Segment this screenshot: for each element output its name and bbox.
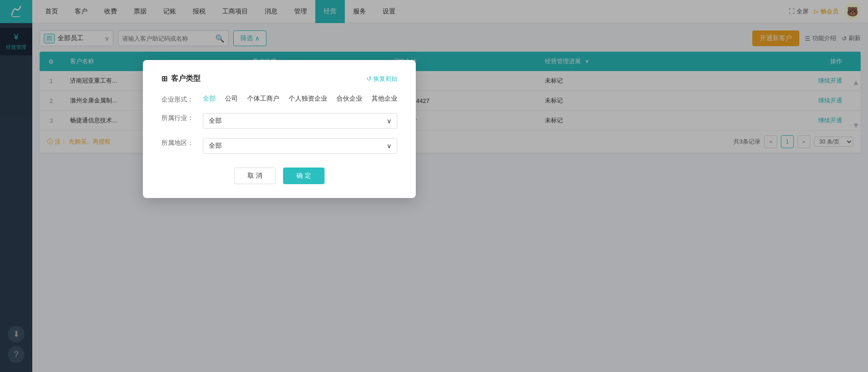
region-field: 全部 ∨ bbox=[203, 138, 397, 154]
modal-title: ⊞ 客户类型 bbox=[161, 74, 201, 84]
industry-row: 所属行业： 全部 ∨ bbox=[161, 113, 397, 129]
modal-overlay[interactable]: ⊞ 客户类型 ↺ 恢复初始 企业形式： 全部 公司 个体工商户 个人独资企业 合… bbox=[0, 0, 868, 372]
industry-select[interactable]: 全部 ∨ bbox=[203, 113, 397, 129]
cancel-button[interactable]: 取 消 bbox=[234, 168, 276, 184]
type-option-partnership[interactable]: 合伙企业 bbox=[337, 95, 362, 103]
confirm-button[interactable]: 确 定 bbox=[283, 168, 325, 184]
type-options: 全部 公司 个体工商户 个人独资企业 合伙企业 其他企业 bbox=[203, 95, 397, 103]
modal-reset-btn[interactable]: ↺ 恢复初始 bbox=[366, 75, 397, 83]
region-row: 所属地区： 全部 ∨ bbox=[161, 138, 397, 154]
enterprise-form-row: 企业形式： 全部 公司 个体工商户 个人独资企业 合伙企业 其他企业 bbox=[161, 95, 397, 104]
industry-dropdown-icon: ∨ bbox=[387, 117, 391, 125]
modal-header: ⊞ 客户类型 ↺ 恢复初始 bbox=[161, 74, 397, 84]
type-option-all[interactable]: 全部 bbox=[203, 95, 216, 103]
region-label: 所属地区： bbox=[161, 138, 203, 147]
type-option-other[interactable]: 其他企业 bbox=[372, 95, 397, 103]
region-value: 全部 bbox=[209, 142, 222, 150]
modal-footer: 取 消 确 定 bbox=[161, 168, 397, 184]
industry-value: 全部 bbox=[209, 117, 222, 125]
reset-label: 恢复初始 bbox=[373, 75, 397, 83]
region-dropdown-icon: ∨ bbox=[387, 142, 391, 150]
filter-modal: ⊞ 客户类型 ↺ 恢复初始 企业形式： 全部 公司 个体工商户 个人独资企业 合… bbox=[143, 60, 416, 198]
type-option-company[interactable]: 公司 bbox=[225, 95, 238, 103]
modal-title-icon: ⊞ bbox=[161, 74, 167, 83]
enterprise-form-options: 全部 公司 个体工商户 个人独资企业 合伙企业 其他企业 bbox=[203, 95, 397, 103]
enterprise-form-label: 企业形式： bbox=[161, 95, 203, 104]
type-option-individual[interactable]: 个体工商户 bbox=[247, 95, 279, 103]
industry-field: 全部 ∨ bbox=[203, 113, 397, 129]
type-option-sole[interactable]: 个人独资企业 bbox=[289, 95, 327, 103]
industry-label: 所属行业： bbox=[161, 113, 203, 122]
modal-title-text: 客户类型 bbox=[171, 74, 201, 84]
reset-icon: ↺ bbox=[366, 75, 372, 82]
region-select[interactable]: 全部 ∨ bbox=[203, 138, 397, 154]
